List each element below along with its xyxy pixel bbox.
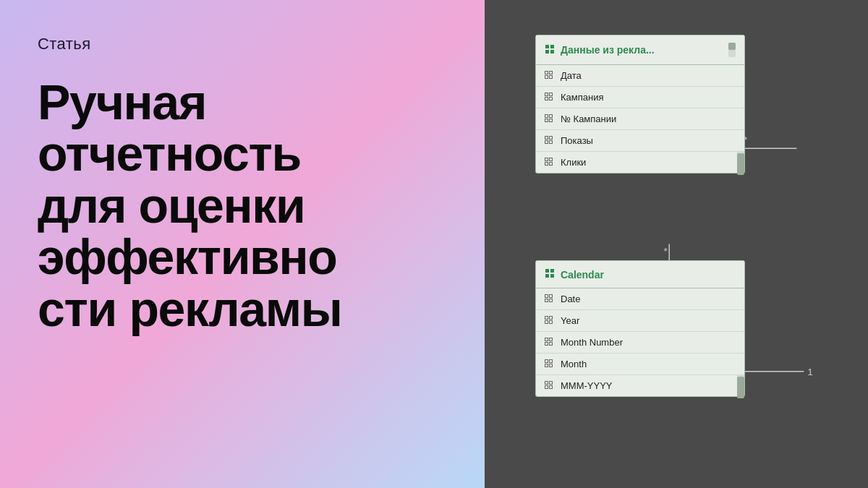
table2-header-label: Calendar (561, 269, 604, 281)
svg-rect-17 (545, 93, 548, 95)
table2-row1-label: Date (561, 294, 580, 304)
table1-row1-label: Дата (561, 70, 582, 81)
table-row: Month (536, 354, 744, 375)
svg-rect-37 (545, 294, 548, 297)
svg-text:1: 1 (807, 367, 813, 377)
svg-rect-10 (550, 45, 554, 48)
svg-rect-53 (545, 381, 548, 384)
diagram-container: * * 1 1 (506, 14, 846, 474)
svg-rect-42 (550, 316, 553, 319)
svg-rect-19 (545, 97, 548, 100)
svg-rect-27 (545, 140, 548, 143)
svg-rect-18 (550, 93, 553, 95)
scrollbar-thumb[interactable] (737, 153, 744, 175)
table2-body: Date Year (536, 288, 744, 396)
table-header-top: Данные из рекла... (536, 35, 744, 65)
svg-rect-15 (545, 75, 548, 78)
svg-rect-24 (550, 119, 553, 121)
row-icon (545, 294, 555, 304)
svg-rect-28 (550, 140, 553, 143)
svg-rect-29 (545, 158, 548, 160)
left-panel: Статья Ручная отчетность для оценки эффе… (0, 0, 485, 488)
svg-rect-26 (550, 136, 553, 139)
svg-rect-40 (550, 299, 553, 301)
svg-rect-44 (550, 320, 553, 323)
table1-row5-label: Клики (561, 157, 586, 168)
table-row: MMM-YYYY (536, 375, 744, 396)
table-row: Дата (536, 65, 744, 87)
svg-rect-56 (550, 385, 553, 388)
svg-rect-39 (545, 299, 548, 301)
table1-header-label: Данные из рекла... (561, 44, 655, 56)
svg-rect-23 (545, 119, 548, 121)
table1-body: Дата Кампания (536, 65, 744, 173)
svg-rect-35 (545, 274, 549, 278)
table-card-bottom: Calendar Date (535, 260, 745, 397)
svg-rect-25 (545, 136, 548, 139)
row-icon (545, 71, 555, 81)
table-row: Year (536, 310, 744, 332)
svg-rect-43 (545, 320, 548, 323)
table-icon-bottom (545, 268, 555, 281)
svg-rect-16 (550, 75, 553, 78)
row-icon (545, 93, 555, 103)
table-icon-top (545, 44, 555, 56)
table-row: Клики (536, 152, 744, 173)
svg-rect-51 (545, 364, 548, 367)
table-row: Date (536, 288, 744, 310)
table-card-top: Данные из рекла... (535, 35, 745, 174)
table-row: Показы (536, 130, 744, 152)
svg-rect-36 (550, 274, 554, 278)
row-icon (545, 316, 555, 326)
row-icon (545, 158, 555, 168)
svg-rect-31 (545, 162, 548, 165)
scrollbar-track[interactable] (737, 152, 744, 173)
table-row: Month Number (536, 332, 744, 354)
main-title: Ручная отчетность для оценки эффективно … (38, 77, 447, 335)
table1-row3-label: № Кампании (561, 114, 616, 124)
row-icon (545, 114, 555, 124)
svg-rect-46 (550, 338, 553, 341)
scrollbar-up[interactable] (728, 43, 736, 57)
svg-rect-21 (545, 114, 548, 117)
table1-row2-label: Кампания (561, 92, 604, 103)
svg-rect-22 (550, 114, 553, 117)
table1-row4-label: Показы (561, 135, 593, 146)
svg-rect-52 (550, 364, 553, 367)
right-panel: * * 1 1 (485, 0, 868, 488)
svg-rect-55 (545, 385, 548, 388)
table2-row3-label: Month Number (561, 337, 623, 348)
svg-rect-11 (545, 50, 549, 53)
svg-rect-45 (545, 338, 548, 341)
table2-row5-label: MMM-YYYY (561, 380, 613, 391)
svg-rect-30 (550, 158, 553, 160)
row-icon (545, 381, 555, 391)
row-icon (545, 338, 555, 348)
svg-rect-14 (550, 71, 553, 74)
svg-rect-20 (550, 97, 553, 100)
row-icon (545, 136, 555, 146)
table-row: № Кампании (536, 108, 744, 130)
svg-rect-48 (550, 342, 553, 345)
svg-rect-49 (545, 359, 548, 362)
svg-text:*: * (663, 246, 668, 257)
svg-rect-33 (545, 269, 549, 273)
svg-rect-12 (550, 50, 554, 53)
svg-rect-34 (550, 269, 554, 273)
table-header-bottom: Calendar (536, 261, 744, 288)
scrollbar-track-2[interactable] (737, 375, 744, 396)
svg-rect-9 (545, 45, 549, 48)
svg-rect-38 (550, 294, 553, 297)
article-label: Статья (38, 35, 447, 53)
table-row: Кампания (536, 87, 744, 108)
svg-rect-47 (545, 342, 548, 345)
svg-rect-54 (550, 381, 553, 384)
table2-row2-label: Year (561, 315, 579, 326)
table2-row4-label: Month (561, 359, 587, 369)
svg-rect-50 (550, 359, 553, 362)
scrollbar-thumb-2[interactable] (737, 377, 744, 398)
svg-rect-41 (545, 316, 548, 319)
row-icon (545, 359, 555, 369)
svg-rect-32 (550, 162, 553, 165)
svg-rect-13 (545, 71, 548, 74)
